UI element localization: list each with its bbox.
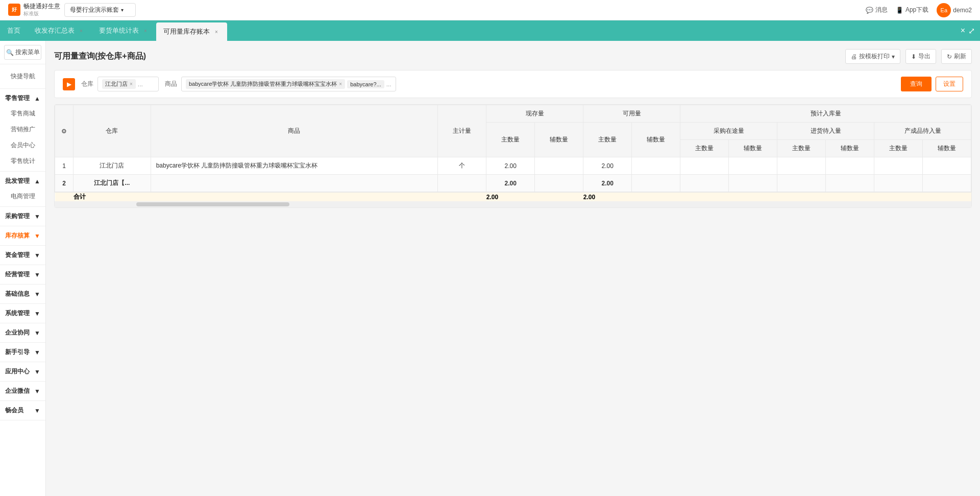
th-planned-group: 预计入库量 [680, 105, 971, 123]
th-goods-pending: 进货待入量 [777, 123, 874, 140]
logo-area: 好 畅捷通好生意 标准版 [8, 3, 60, 17]
filter-toggle-btn[interactable]: ▶ [63, 78, 75, 90]
sidebar-header-purchase[interactable]: 采购管理 ▼ [0, 209, 45, 224]
sidebar-item-quick-nav[interactable]: 快捷导航 [0, 68, 45, 84]
tab-close-all-icon[interactable]: × [961, 26, 965, 35]
tab-receive-close[interactable]: × [78, 27, 85, 34]
sidebar-section-operations: 经营管理 ▼ [0, 265, 45, 285]
cell-inbound-main-1 [777, 157, 826, 175]
finance-chevron-icon: ▼ [34, 252, 40, 259]
cell-inbound-main-2 [777, 175, 826, 193]
sidebar-header-wholesale[interactable]: 批发管理 ▲ [0, 174, 45, 188]
top-bar-right: 💬 消息 📱 App下载 Ea demo2 [866, 3, 972, 17]
enterprise-chevron-icon: ▼ [34, 329, 40, 337]
warehouse-filter-more[interactable]: ... [138, 81, 143, 88]
table-row: 1 江北门店 babycare学饮杯 儿童防摔防撞吸管杯重力球吸嘴杯宝宝水杯 个… [55, 157, 971, 175]
export-btn[interactable]: ⬇ 导出 [905, 49, 936, 64]
logo-icon: 好 [8, 4, 20, 16]
horizontal-scrollbar[interactable] [55, 201, 971, 207]
print-chevron-icon: ▾ [892, 53, 895, 60]
app-download-label: App下载 [905, 6, 928, 14]
cell-warehouse-2: 江北门店【... [74, 175, 151, 193]
tab-receive[interactable]: 收发存汇总表 × [28, 20, 92, 41]
filter-actions: 查询 设置 [901, 77, 963, 91]
sidebar-item-retail-mall[interactable]: 零售商城 [0, 106, 45, 122]
cell-production-main-2 [874, 175, 923, 193]
warehouse-filter-input[interactable]: 江北门店 × ... [97, 77, 159, 91]
tab-bar: 首页 收发存汇总表 × 要货单统计表 × 可用量库存账本 × × ⤢ [0, 20, 980, 41]
sidebar-section-system: 系统管理 ▼ [0, 304, 45, 323]
appstore-chevron-icon: ▼ [34, 368, 40, 375]
scroll-thumb[interactable] [136, 202, 289, 206]
search-menu-label: 搜索菜单 [15, 48, 40, 57]
tab-available-stock-close[interactable]: × [213, 28, 220, 35]
inventory-label: 库存核算 [5, 231, 30, 240]
sidebar-header-finance[interactable]: 资金管理 ▼ [0, 248, 45, 263]
cell-available-main-2: 2.00 [583, 175, 632, 193]
industry-selector[interactable]: 母婴行业演示账套 ▾ [64, 3, 136, 17]
cell-available-aux-2 [632, 175, 680, 193]
sidebar-header-retail[interactable]: 零售管理 ▲ [0, 91, 45, 106]
sidebar-header-member[interactable]: 畅会员 ▼ [0, 403, 45, 418]
tab-receive-label: 收发存汇总表 [35, 26, 75, 35]
sidebar-header-wechat[interactable]: 企业微信 ▼ [0, 384, 45, 398]
warehouse-tag-close[interactable]: × [130, 81, 133, 87]
product-filter-more[interactable]: ... [386, 81, 391, 88]
sidebar-section-member: 畅会员 ▼ [0, 401, 45, 420]
message-btn[interactable]: 💬 消息 [866, 6, 888, 14]
app-download-btn[interactable]: 📱 App下载 [896, 6, 928, 14]
sidebar-section-basics: 基础信息 ▼ [0, 285, 45, 304]
warehouse-filter-label: 仓库 [81, 80, 93, 88]
logo-text-group: 畅捷通好生意 标准版 [23, 3, 60, 17]
cell-stock-aux-2 [535, 175, 583, 193]
refresh-icon: ↻ [947, 53, 952, 60]
sidebar-section-wechat: 企业微信 ▼ [0, 382, 45, 401]
tab-order-stat-label: 要货单统计表 [99, 26, 139, 35]
product-filter-input[interactable]: babycare学饮杯 儿童防摔防撞吸管杯重力球吸嘴杯宝宝水杯 × babyca… [181, 77, 396, 91]
footer-inbound-main [777, 192, 826, 201]
query-btn[interactable]: 查询 [901, 77, 932, 91]
product-tag1-close[interactable]: × [339, 81, 342, 87]
tab-fullscreen-icon[interactable]: ⤢ [968, 26, 975, 36]
cell-production-aux-2 [922, 175, 971, 193]
th-stock-aux: 辅数量 [535, 123, 583, 157]
print-label: 按模板打印 [859, 52, 890, 61]
th-production-pending: 产成品待入量 [874, 123, 971, 140]
th-settings[interactable]: ⚙ [55, 105, 74, 157]
content-area: 可用量查询(按仓库+商品) 🖨 按模板打印 ▾ ⬇ 导出 ↻ 刷新 [46, 41, 980, 496]
sidebar-item-membership[interactable]: 会员中心 [0, 137, 45, 153]
tab-order-stat-close[interactable]: × [142, 27, 149, 34]
user-profile[interactable]: Ea demo2 [937, 3, 972, 17]
table-container: ⚙ 仓库 商品 主计量 现存量 可用量 预计入库量 主数量 辅数量 主数量 辅数… [54, 104, 972, 208]
search-menu-btn[interactable]: 🔍 搜索菜单 [4, 45, 41, 60]
cell-stock-main-1: 2.00 [486, 157, 535, 175]
sidebar-header-basics[interactable]: 基础信息 ▼ [0, 287, 45, 301]
member-chevron-icon: ▼ [34, 407, 40, 414]
refresh-btn[interactable]: ↻ 刷新 [941, 49, 972, 64]
sidebar-header-enterprise[interactable]: 企业协同 ▼ [0, 325, 45, 340]
operations-label: 经营管理 [5, 270, 30, 279]
cell-inbound-aux-2 [826, 175, 874, 193]
sidebar-item-marketing[interactable]: 营销推广 [0, 122, 45, 137]
cell-inbound-aux-1 [826, 157, 874, 175]
operations-chevron-icon: ▼ [34, 271, 40, 278]
sidebar-header-operations[interactable]: 经营管理 ▼ [0, 267, 45, 282]
sidebar-header-appstore[interactable]: 应用中心 ▼ [0, 364, 45, 379]
print-btn[interactable]: 🖨 按模板打印 ▾ [845, 49, 900, 64]
main-layout: 🔍 搜索菜单 快捷导航 零售管理 ▲ 零售商城 营销推广 会员中心 零售统计 批… [0, 41, 980, 496]
basics-chevron-icon: ▼ [34, 291, 40, 298]
print-icon: 🖨 [851, 53, 857, 60]
tab-home[interactable]: 首页 [0, 20, 28, 41]
sidebar-item-retail-stats[interactable]: 零售统计 [0, 153, 45, 169]
cell-purchase-aux-2 [729, 175, 777, 193]
tab-order-stat[interactable]: 要货单统计表 × [92, 20, 156, 41]
settings-btn[interactable]: 设置 [936, 77, 963, 91]
th-available-main: 主数量 [583, 123, 632, 157]
sidebar-header-system[interactable]: 系统管理 ▼ [0, 306, 45, 321]
logo-sub: 标准版 [23, 10, 60, 17]
product-filter-tag1: babycare学饮杯 儿童防摔防撞吸管杯重力球吸嘴杯宝宝水杯 × [186, 79, 345, 89]
sidebar-item-ecommerce[interactable]: 电商管理 [0, 188, 45, 204]
sidebar-header-inventory[interactable]: 库存核算 ▼ [0, 228, 45, 243]
sidebar-header-newguide[interactable]: 新手引导 ▼ [0, 345, 45, 360]
tab-available-stock[interactable]: 可用量库存账本 × [156, 22, 227, 41]
